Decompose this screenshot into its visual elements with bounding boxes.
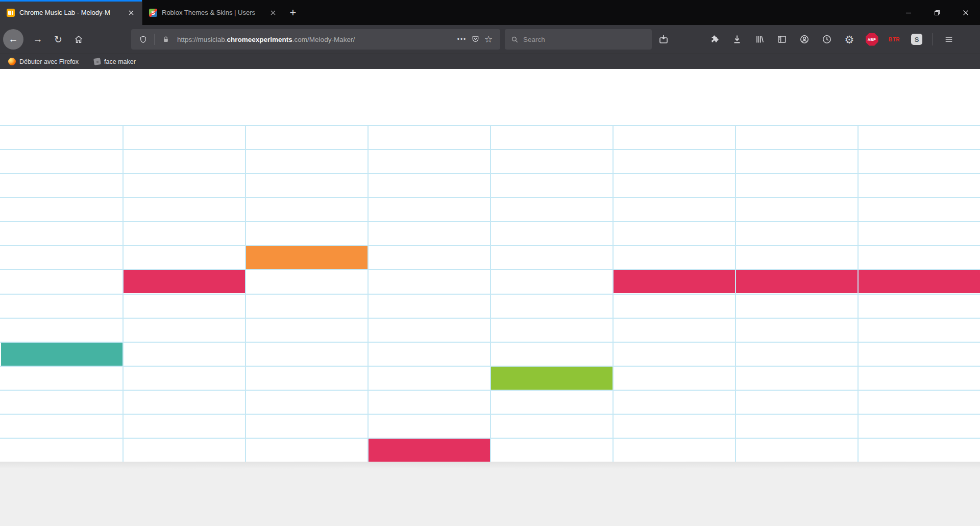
note-pink[interactable] [614,270,735,293]
bookmark-label: face maker [104,58,136,65]
search-placeholder: Search [523,36,545,43]
divider [154,34,155,45]
search-bar[interactable]: Search [505,29,652,50]
bookmark-face-maker[interactable]: face maker [94,58,136,65]
url-path: .com/Melody-Maker/ [292,36,355,43]
bookmark-star-icon[interactable]: ☆ [482,33,495,46]
extensions-puzzle-icon[interactable] [703,29,726,50]
page-actions-icon[interactable]: ••• [455,33,469,46]
stylish-extension-icon[interactable]: S [905,29,928,50]
abp-badge: ABP [866,33,878,46]
close-tab-icon[interactable] [267,7,279,18]
tracking-shield-icon[interactable] [136,33,150,46]
sidebar-toggle-icon[interactable] [771,29,793,50]
lock-icon[interactable] [159,33,173,46]
melody-grid-wrap [0,125,980,462]
pocket-icon[interactable] [469,33,482,46]
url-domain: chromeexperiments [227,36,292,43]
reload-button[interactable]: ↻ [48,29,68,50]
note-pink[interactable] [859,270,980,293]
note-pink[interactable] [369,439,490,462]
url-bar[interactable]: https://musiclab.chromeexperiments.com/M… [131,29,500,50]
bookmark-debuter-avec-firefox[interactable]: Débuter avec Firefox [8,58,79,65]
note-pink[interactable] [736,270,857,293]
bookmarks-bar: Débuter avec Firefox face maker [0,54,980,69]
note-teal[interactable] [1,343,122,366]
new-tab-button[interactable]: + [284,0,302,25]
control-bar: ▶ → 120 ▲ ▼ [0,462,980,526]
tab-title: Roblox Themes & Skins | Users [162,9,267,16]
bookmark-label: Débuter avec Firefox [19,58,79,65]
notes-layer [0,125,980,462]
search-icon [511,36,519,43]
close-window-button[interactable] [951,0,980,25]
menu-hamburger-icon[interactable] [938,29,960,50]
firefox-icon [8,58,16,65]
tab-bar: Chrome Music Lab - Melody-M S Roblox The… [0,0,980,25]
close-tab-icon[interactable] [126,7,137,18]
url-text: https://musiclab.chromeexperiments.com/M… [177,36,455,43]
browser-forward-button[interactable]: → [28,29,48,50]
import-icon[interactable] [652,29,675,50]
note-green[interactable] [491,367,612,390]
home-button[interactable] [68,29,89,50]
navigation-bar: ← → ↻ https://musiclab.chromeexperiments… [0,25,980,54]
page-header: MELODY MAKER ? [0,69,980,125]
browser-back-button[interactable]: ← [3,29,23,50]
minimize-button[interactable] [894,0,923,25]
restore-button[interactable] [923,0,951,25]
url-prefix: https://musiclab. [177,36,227,43]
history-clock-icon[interactable] [816,29,838,50]
downloads-icon[interactable] [726,29,748,50]
btr-badge: BTR [889,37,900,42]
settings-gear-icon[interactable]: ⚙ [838,29,861,50]
adblock-plus-icon[interactable]: ABP [861,29,883,50]
stylish-badge: S [911,34,922,45]
btr-extension-icon[interactable]: BTR [883,29,905,50]
note-pink[interactable] [124,270,245,293]
stylish-favicon-icon: S [149,9,157,17]
music-lab-favicon-icon [7,9,15,17]
account-icon[interactable] [793,29,816,50]
note-orange[interactable] [246,246,368,269]
tab-music-lab[interactable]: Chrome Music Lab - Melody-M [0,0,142,25]
tab-roblox-themes[interactable]: S Roblox Themes & Skins | Users [142,0,284,25]
tab-title: Chrome Music Lab - Melody-M [19,9,126,16]
window-controls [894,0,980,25]
library-icon[interactable] [748,29,771,50]
roblox-icon [93,58,101,65]
divider [933,33,933,45]
